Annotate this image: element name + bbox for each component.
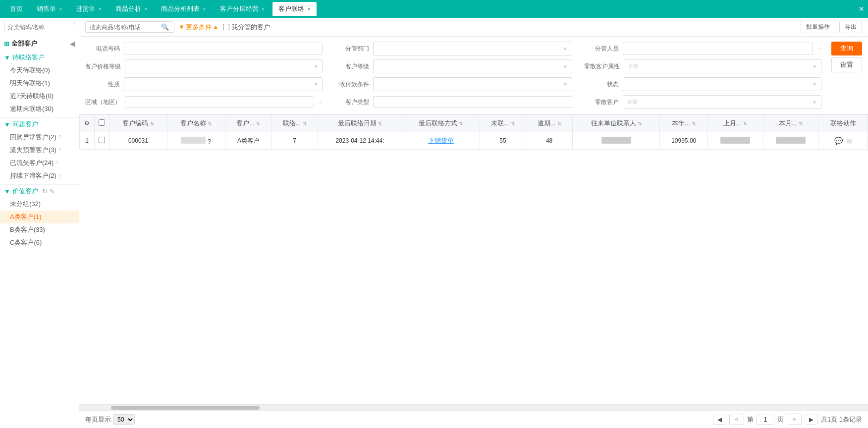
- th-company-contact[interactable]: 往来单位联系人 ⇅: [572, 115, 660, 132]
- sidebar-item-churn-warning[interactable]: 流失预警客户(3) ?: [0, 144, 79, 157]
- region-more-icon[interactable]: ···: [318, 99, 323, 105]
- nav-tab-customer-contact[interactable]: 客户联络 ×: [272, 2, 316, 16]
- sort-code-icon[interactable]: ⇅: [150, 121, 154, 126]
- sidebar-item-b-class[interactable]: B类客户(33): [0, 223, 79, 236]
- my-customers-checkbox[interactable]: 我分管的客户: [223, 23, 270, 32]
- more-conditions-btn[interactable]: ▼ 更多条件 ▲: [178, 23, 219, 32]
- last-page-btn[interactable]: ▶: [805, 415, 818, 425]
- scatter-attr-select[interactable]: 全部▼: [624, 59, 821, 73]
- th-select-all[interactable]: [95, 115, 109, 132]
- th-this-year[interactable]: 本年... ⇅: [660, 115, 708, 132]
- sidebar-all-customers[interactable]: ⊞ 全部客户 ◀: [0, 36, 79, 51]
- my-customers-check[interactable]: [223, 24, 229, 30]
- prev-page-btn[interactable]: ＜: [729, 414, 744, 425]
- sidebar-item-7days-pending[interactable]: 近7天待联络(0): [0, 90, 79, 103]
- sidebar-search-input[interactable]: [7, 24, 79, 31]
- td-select[interactable]: [95, 132, 109, 150]
- th-settings[interactable]: ⚙: [80, 115, 95, 132]
- sidebar-item-unclassified[interactable]: 未分组(32): [0, 198, 79, 211]
- sidebar-group-pending[interactable]: ▼ 待联络客户: [0, 51, 79, 64]
- sort-method-icon[interactable]: ⇅: [459, 121, 463, 126]
- th-customer-name[interactable]: 客户名称 ⇅: [167, 115, 225, 132]
- sidebar-search-box[interactable]: 🔍: [4, 22, 75, 32]
- settings-button[interactable]: 设置: [831, 57, 862, 72]
- sort-company-icon[interactable]: ⇅: [638, 121, 642, 126]
- sidebar-collapse-btn[interactable]: ◀: [70, 40, 75, 48]
- dept-select[interactable]: ▼: [373, 42, 572, 55]
- nav-tab-home[interactable]: 首页: [4, 2, 29, 16]
- horizontal-scrollbar[interactable]: [79, 404, 868, 410]
- th-overdue[interactable]: 逾期... ⇅: [526, 115, 573, 132]
- sort-name-icon[interactable]: ⇅: [208, 121, 212, 126]
- region-input[interactable]: [125, 96, 314, 108]
- sidebar-group-problem[interactable]: ▼ 问题客户: [0, 118, 79, 131]
- th-last-contact-date[interactable]: 最后联络日期 ⇅: [318, 115, 402, 132]
- edit-icon[interactable]: ✎: [50, 188, 55, 195]
- td-last-method[interactable]: 下销货单: [402, 132, 480, 150]
- sort-date-icon[interactable]: ⇅: [378, 121, 382, 126]
- sort-year-icon[interactable]: ⇅: [692, 121, 696, 126]
- first-page-btn[interactable]: ◀: [713, 415, 726, 425]
- sidebar-item-churned[interactable]: 已流失客户(24) ?: [0, 157, 79, 169]
- person-input[interactable]: [623, 43, 813, 54]
- nav-tab-sales[interactable]: 销售单 ×: [31, 2, 68, 16]
- export-btn[interactable]: 导出: [839, 21, 862, 33]
- sort-contact-icon[interactable]: ⇅: [303, 121, 307, 126]
- th-this-month[interactable]: 本月... ⇅: [763, 115, 818, 132]
- close-all-tabs[interactable]: ×: [859, 4, 864, 14]
- sidebar-item-declining[interactable]: 持续下滑客户(2) ?: [0, 169, 79, 182]
- status-select[interactable]: ▼: [623, 77, 821, 91]
- td-not-contacted: 55: [480, 132, 526, 150]
- close-analysis-tab[interactable]: ×: [144, 6, 147, 12]
- sidebar-item-overdue-contact[interactable]: 逾期未联络(30): [0, 103, 79, 115]
- page-number-input[interactable]: [757, 415, 774, 425]
- person-more-icon[interactable]: ···: [817, 46, 821, 52]
- sort-lmonth-icon[interactable]: ⇅: [743, 121, 747, 126]
- sidebar-item-repurchase-abnormal[interactable]: 回购异常客户(2) ?: [0, 131, 79, 144]
- nav-tab-analysis-list[interactable]: 商品分析列表 ×: [155, 2, 212, 16]
- last-method-link[interactable]: 下销货单: [428, 137, 454, 144]
- query-button[interactable]: 查询: [831, 42, 862, 55]
- close-sales-tab[interactable]: ×: [59, 6, 62, 12]
- th-last-month[interactable]: 上月... ⇅: [707, 115, 763, 132]
- sidebar-item-a-class[interactable]: A类客户(1): [0, 211, 79, 223]
- comment-icon[interactable]: 💬: [834, 137, 843, 145]
- sidebar-group-value[interactable]: ▼ 价值客户 ↻ ✎: [0, 185, 79, 198]
- sort-tmonth-icon[interactable]: ⇅: [799, 121, 803, 126]
- row-checkbox[interactable]: [99, 137, 105, 143]
- batch-ops-btn[interactable]: 批量操作: [801, 21, 835, 33]
- next-page-btn[interactable]: ＞: [787, 414, 802, 425]
- sort-not-icon[interactable]: ⇅: [511, 121, 515, 126]
- close-purchase-tab[interactable]: ×: [98, 6, 101, 12]
- refresh-icon[interactable]: ↻: [42, 188, 48, 195]
- th-not-contacted[interactable]: 未联... ⇅: [480, 115, 526, 132]
- select-all-checkbox[interactable]: [99, 119, 105, 126]
- th-contact-count[interactable]: 联络... ⇅: [271, 115, 318, 132]
- close-analysis-list-tab[interactable]: ×: [203, 6, 206, 12]
- phone-input[interactable]: [124, 43, 323, 54]
- nature-select[interactable]: ▼: [124, 77, 323, 91]
- nav-tab-customer-tier[interactable]: 客户分层经营 ×: [214, 2, 271, 16]
- qr-icon[interactable]: ⊞: [846, 137, 852, 145]
- payment-select[interactable]: ▼: [373, 77, 572, 91]
- sidebar-item-tomorrow-pending[interactable]: 明天待联络(1): [0, 77, 79, 90]
- sort-type-icon[interactable]: ⇅: [256, 121, 260, 126]
- filter-search-input[interactable]: [90, 24, 159, 31]
- nav-tab-analysis[interactable]: 商品分析 ×: [109, 2, 153, 16]
- sort-overdue-icon[interactable]: ⇅: [557, 121, 561, 126]
- sidebar-item-c-class[interactable]: C类客户(6): [0, 236, 79, 249]
- customer-type-input[interactable]: [373, 96, 572, 108]
- th-customer-code[interactable]: 客户编码 ⇅: [109, 115, 167, 132]
- th-customer-type[interactable]: 客户... ⇅: [225, 115, 271, 132]
- close-customer-contact-tab[interactable]: ×: [307, 6, 310, 12]
- customer-grade-select[interactable]: ▼: [373, 59, 572, 73]
- scroll-thumb[interactable]: [111, 406, 260, 410]
- close-customer-tier-tab[interactable]: ×: [262, 6, 265, 12]
- per-page-select[interactable]: 50: [113, 414, 135, 425]
- scatter-customer-select[interactable]: 全部▼: [623, 95, 821, 109]
- filter-search-box[interactable]: 🔍: [85, 21, 174, 33]
- sidebar-item-today-pending[interactable]: 今天待联络(0): [0, 64, 79, 77]
- price-grade-select[interactable]: ▼: [125, 59, 323, 73]
- nav-tab-purchase[interactable]: 进货单 ×: [70, 2, 107, 16]
- th-last-contact-method[interactable]: 最后联络方式 ⇅: [402, 115, 480, 132]
